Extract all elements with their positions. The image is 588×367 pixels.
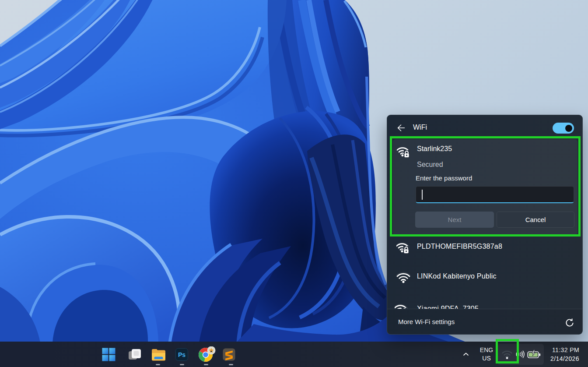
svg-text:Ps: Ps bbox=[178, 351, 186, 358]
